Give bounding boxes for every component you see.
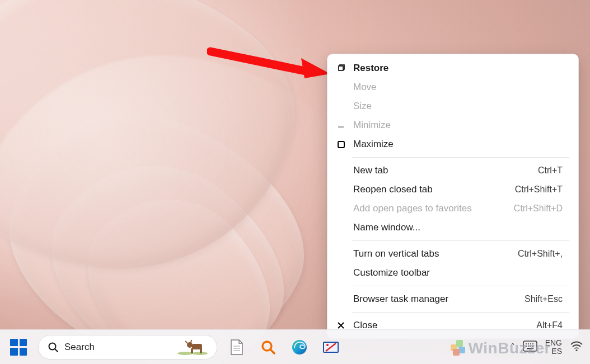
menu-item-label: Move <box>353 81 563 93</box>
magnifier-icon <box>260 339 276 355</box>
taskbar-pinned-edge[interactable] <box>288 335 311 359</box>
svg-rect-12 <box>191 348 193 353</box>
menu-item-new-tab[interactable]: New tab Ctrl+T <box>327 161 578 180</box>
svg-rect-26 <box>527 348 533 349</box>
menu-item-shortcut: Ctrl+Shift+, <box>518 248 563 260</box>
menu-item-label: Reopen closed tab <box>353 183 515 196</box>
svg-rect-4 <box>338 141 344 148</box>
svg-point-34 <box>532 345 533 346</box>
svg-point-35 <box>575 349 577 351</box>
blank-icon <box>335 294 346 305</box>
menu-item-label: New tab <box>353 164 538 177</box>
blank-icon <box>335 248 346 259</box>
search-highlight-icon <box>175 337 211 357</box>
menu-item-shortcut: Ctrl+T <box>538 164 563 177</box>
menu-item-move: Move <box>327 78 578 97</box>
wallpaper-petal <box>0 0 313 297</box>
blank-icon <box>335 165 346 176</box>
menu-item-size: Size <box>327 97 578 116</box>
taskbar-pinned-search[interactable] <box>256 335 280 359</box>
blank-icon <box>335 267 346 278</box>
menu-item-shortcut: Ctrl+Shift+D <box>514 202 563 215</box>
taskbar-search-label: Search <box>64 342 175 353</box>
taskbar-pinned-snipping-tool[interactable] <box>319 335 343 359</box>
taskbar: Search <box>0 329 590 364</box>
tray-overflow-chevron-icon[interactable]: ˄ <box>511 342 515 352</box>
tray-language-indicator[interactable]: ENG ES <box>545 339 562 356</box>
menu-item-label: Restore <box>353 62 563 74</box>
document-icon <box>230 339 244 356</box>
menu-separator <box>352 240 569 241</box>
svg-point-24 <box>326 344 329 346</box>
edge-icon <box>291 339 308 356</box>
snip-icon <box>322 340 339 354</box>
svg-line-8 <box>55 349 58 352</box>
svg-point-29 <box>530 343 531 344</box>
window-context-menu: Restore Move Size Minimize Maximize New … <box>327 54 579 339</box>
svg-point-28 <box>528 343 529 344</box>
menu-item-shortcut: Ctrl+Shift+T <box>515 183 563 196</box>
menu-separator <box>352 312 569 313</box>
menu-separator <box>352 157 569 158</box>
menu-item-label: Turn on vertical tabs <box>353 248 518 260</box>
menu-item-shortcut: Shift+Esc <box>525 293 563 305</box>
menu-item-reopen-closed-tab[interactable]: Reopen closed tab Ctrl+Shift+T <box>327 180 578 199</box>
tray-wifi-icon[interactable] <box>570 341 583 354</box>
svg-line-19 <box>271 349 275 353</box>
menu-item-label: Add open pages to favorites <box>353 202 514 215</box>
windows-logo-icon <box>10 339 27 356</box>
menu-item-add-open-pages-to-favorites: Add open pages to favorites Ctrl+Shift+D <box>327 199 578 218</box>
menu-item-label: Name window... <box>353 221 563 234</box>
svg-rect-13 <box>200 348 202 353</box>
menu-item-customize-toolbar[interactable]: Customize toolbar <box>327 263 578 282</box>
wallpaper-petal <box>0 73 338 364</box>
svg-point-32 <box>528 345 529 346</box>
search-icon <box>48 342 59 353</box>
tray-lang-primary: ENG <box>545 339 562 347</box>
svg-point-31 <box>526 345 527 346</box>
menu-item-minimize: Minimize <box>327 116 578 135</box>
svg-point-27 <box>526 343 527 344</box>
blank-icon <box>335 222 346 233</box>
menu-item-turn-on-vertical-tabs[interactable]: Turn on vertical tabs Ctrl+Shift+, <box>327 244 578 263</box>
system-tray: ˄ ENG ES <box>511 339 583 356</box>
menu-item-label: Customize toolbar <box>353 267 563 279</box>
menu-item-browser-task-manager[interactable]: Browser task manager Shift+Esc <box>327 290 578 309</box>
svg-rect-2 <box>339 66 343 70</box>
menu-item-restore[interactable]: Restore <box>327 59 578 78</box>
start-button[interactable] <box>7 335 30 359</box>
menu-item-maximize[interactable]: Maximize <box>327 135 578 154</box>
svg-point-9 <box>177 352 193 355</box>
svg-rect-3 <box>338 126 344 127</box>
blank-icon <box>335 184 346 195</box>
wallpaper-petal <box>17 123 319 364</box>
menu-separator <box>352 286 569 286</box>
maximize-icon <box>335 139 346 150</box>
taskbar-pinned-file-explorer[interactable] <box>225 335 249 359</box>
svg-point-30 <box>532 343 533 344</box>
menu-item-name-window[interactable]: Name window... <box>327 218 578 237</box>
minimize-icon <box>335 120 346 131</box>
menu-item-label: Maximize <box>353 138 563 150</box>
menu-item-label: Size <box>353 100 563 112</box>
tray-lang-secondary: ES <box>545 347 562 356</box>
tray-touch-keyboard-icon[interactable] <box>523 341 537 354</box>
blank-icon <box>335 82 346 93</box>
menu-item-label: Minimize <box>353 119 563 131</box>
taskbar-search[interactable]: Search <box>38 335 217 360</box>
svg-point-7 <box>49 343 56 349</box>
svg-point-33 <box>530 345 531 346</box>
blank-icon <box>335 101 346 112</box>
menu-item-label: Browser task manager <box>353 293 525 305</box>
blank-icon <box>335 203 346 214</box>
restore-icon <box>335 63 346 74</box>
